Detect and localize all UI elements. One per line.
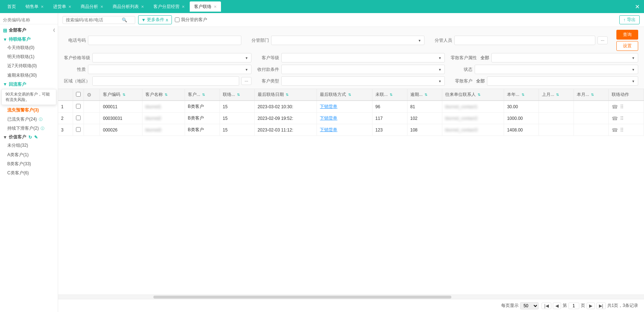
- refresh-icon[interactable]: ↻: [28, 135, 32, 140]
- collapse-icon[interactable]: 《: [51, 28, 55, 33]
- zero-cust-chevron: [632, 78, 635, 84]
- sidebar-item-ungrouped[interactable]: 未分组(32): [0, 141, 58, 150]
- sidebar-item-today[interactable]: 今天待联络(0): [0, 43, 58, 52]
- my-customers-check[interactable]: 我分管的客户: [175, 17, 207, 23]
- tab-customer-segment[interactable]: 客户分层经营 ✕: [149, 1, 189, 12]
- cell-last-date: 2023-02-09 19:52:: [254, 113, 317, 124]
- price-tier-select[interactable]: [92, 53, 251, 62]
- zero-attrs-select[interactable]: [491, 53, 638, 62]
- tab-home[interactable]: 首页: [3, 4, 20, 10]
- row-checkbox-2[interactable]: [76, 127, 81, 132]
- group-churn[interactable]: ▼ 回流客户: [0, 80, 58, 88]
- sidebar-search-area: 🔍: [0, 16, 58, 24]
- sidebar-item-class-c[interactable]: C类客户(6): [0, 169, 58, 178]
- export-btn[interactable]: ↑ 导出: [619, 15, 640, 24]
- th-unit-contact[interactable]: 往来单位联系人 ⇅: [442, 89, 504, 101]
- zero-customer-select[interactable]: [487, 76, 638, 86]
- cell-unit-contact: blurred_contact2: [442, 113, 504, 124]
- th-type[interactable]: 客户... ⇅: [185, 89, 220, 101]
- region-select[interactable]: [92, 76, 239, 86]
- tab-customer-contact[interactable]: 客户联络 ✕: [190, 1, 221, 12]
- sidebar-item-class-b[interactable]: B类客户(33): [0, 159, 58, 169]
- th-not-contact[interactable]: 未联... ⇅: [372, 89, 407, 101]
- customer-level-select[interactable]: [281, 53, 445, 62]
- th-name[interactable]: 客户名称 ⇅: [142, 89, 185, 101]
- sidebar-item-overdue[interactable]: 逾期未联络(30): [0, 71, 58, 80]
- sidebar-item-already-churn[interactable]: 已流失客户(24) ⓘ: [0, 115, 58, 124]
- cell-contact: 15: [220, 113, 254, 124]
- th-contact[interactable]: 联络... ⇅: [220, 89, 254, 101]
- th-this-month[interactable]: 本月... ⇅: [574, 89, 609, 101]
- zero-attrs-field: 零散客户属性 全部: [451, 53, 638, 62]
- th-overdue[interactable]: 逾期... ⇅: [407, 89, 442, 101]
- close-segment-icon[interactable]: ✕: [182, 5, 185, 9]
- sidebar-item-churn-warning[interactable]: 流失预警客户(3): [0, 106, 58, 115]
- table-settings-icon[interactable]: ⚙: [87, 92, 92, 98]
- action-more-icon[interactable]: ⠿: [620, 127, 624, 133]
- search-icon[interactable]: 🔍: [122, 17, 127, 23]
- row-checkbox-0[interactable]: [76, 104, 81, 109]
- tab-product-analysis-list[interactable]: 商品分析列表 ✕: [108, 1, 148, 12]
- page-input[interactable]: [568, 303, 579, 309]
- action-call-icon[interactable]: ☎: [612, 116, 618, 121]
- phone-input[interactable]: [88, 36, 241, 45]
- manager-ellipsis[interactable]: ···: [597, 36, 608, 44]
- export-icon: ↑: [623, 17, 625, 23]
- action-call-icon[interactable]: ☎: [612, 104, 618, 110]
- cell-overdue: 108: [407, 124, 442, 136]
- query-btn[interactable]: 查询: [616, 30, 638, 40]
- sidebar-item-week[interactable]: 近7天待联络(0): [0, 61, 58, 70]
- sidebar-item-tomorrow[interactable]: 明天待联络(1): [0, 52, 58, 61]
- payment-select[interactable]: [281, 65, 445, 74]
- close-product-analysis-icon[interactable]: ✕: [100, 5, 103, 9]
- all-customers-title[interactable]: ⊞ 全部客户 《: [0, 26, 58, 35]
- prev-page-btn[interactable]: ◀: [553, 303, 561, 309]
- tab-sales[interactable]: 销售单 ✕: [21, 1, 48, 12]
- close-sales-icon[interactable]: ✕: [41, 5, 44, 9]
- th-last-way[interactable]: 最后联络方式 ⇅: [317, 89, 373, 101]
- th-last-month[interactable]: 上月... ⇅: [539, 89, 574, 101]
- action-call-icon[interactable]: ☎: [612, 127, 618, 133]
- th-this-year[interactable]: 本年... ⇅: [504, 89, 539, 101]
- action-more-icon[interactable]: ⠿: [620, 116, 624, 121]
- last-page-btn[interactable]: ▶|: [596, 303, 606, 309]
- region-ellipsis[interactable]: ···: [241, 77, 251, 85]
- select-all-checkbox[interactable]: [76, 92, 81, 97]
- per-page-select[interactable]: 50 20 100: [520, 302, 539, 309]
- tab-purchase[interactable]: 进货单 ✕: [49, 1, 76, 12]
- action-more-icon[interactable]: ⠿: [620, 104, 624, 110]
- status-select[interactable]: [475, 65, 638, 74]
- sidebar-search-input[interactable]: [3, 17, 57, 23]
- edit-icon[interactable]: ✎: [34, 135, 38, 140]
- row-checkbox-1[interactable]: [76, 116, 81, 120]
- my-customers-checkbox[interactable]: [175, 17, 180, 22]
- search-input[interactable]: [66, 17, 120, 23]
- customer-type-select[interactable]: [281, 76, 445, 86]
- th-last-date[interactable]: 最后联络日期 ⇅: [254, 89, 317, 101]
- scroll-thumb[interactable]: [153, 296, 451, 299]
- filter-bar-right: ↑ 导出: [619, 15, 640, 24]
- window-close-icon[interactable]: ✕: [635, 3, 640, 10]
- close-purchase-icon[interactable]: ✕: [68, 5, 71, 9]
- cell-contact: 15: [220, 101, 254, 113]
- tab-product-analysis[interactable]: 商品分析 ✕: [76, 1, 108, 12]
- adv-row-3: 性质 收付款条件 状态: [64, 65, 638, 74]
- more-conditions-btn[interactable]: ▼ 更多条件 ∧: [138, 15, 172, 24]
- gender-select[interactable]: [88, 65, 251, 74]
- sidebar-item-hold-back[interactable]: 持续下滑客户(2) ⓘ: [0, 124, 58, 133]
- first-page-btn[interactable]: |◀: [542, 303, 551, 309]
- horizontal-scrollbar[interactable]: [58, 295, 644, 299]
- group-value-customers[interactable]: ▼ 价值客户 ↻ ✎: [0, 133, 58, 141]
- dept-select[interactable]: [271, 36, 424, 45]
- customer-type-field: 客户类型: [257, 76, 445, 86]
- cell-actions: ☎ ⠿: [608, 101, 644, 113]
- sidebar: 🔍 ⊞ 全部客户 《 ▼ 待联络客户 今天待联络(0) 明天待联络(1) 近7天…: [0, 13, 58, 312]
- th-code[interactable]: 客户编码 ⇅: [100, 89, 142, 101]
- settings-btn[interactable]: 设置: [616, 41, 638, 51]
- next-page-btn[interactable]: ▶: [587, 303, 595, 309]
- close-product-list-icon[interactable]: ✕: [141, 5, 144, 9]
- group-pending-contact[interactable]: ▼ 待联络客户: [0, 35, 58, 43]
- sidebar-item-class-a[interactable]: A类客户(1): [0, 150, 58, 159]
- close-contact-icon[interactable]: ✕: [214, 5, 217, 9]
- manager-select[interactable]: [454, 36, 595, 45]
